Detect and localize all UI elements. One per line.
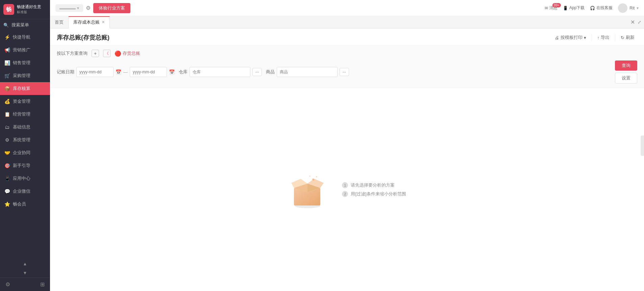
filter-collapse-btn[interactable]: 《	[103, 50, 110, 57]
sidebar-item-apps[interactable]: 📱 应用中心	[0, 172, 50, 185]
member-icon: ⭐	[4, 201, 10, 207]
sidebar-item-inventory[interactable]: 📦 库存核算	[0, 82, 50, 95]
breadcrumb[interactable]: ▬▬▬▬ ▾	[55, 4, 83, 12]
date-filter-group: 记账日期 📅 — 📅	[57, 67, 175, 77]
sidebar-item-label: 快捷导航	[13, 34, 30, 40]
content-area: 库存总账(存货总账) 🖨 按模板打印 ▾ ↑ 导出 ↻ 刷新	[50, 28, 644, 291]
actions-divider	[592, 34, 592, 41]
tab-inventory-ledger[interactable]: 库存成本总账 ✕	[69, 16, 110, 28]
app-download-btn[interactable]: 📱 App下载	[563, 5, 585, 11]
sidebar-item-finance[interactable]: 💰 资金管理	[0, 95, 50, 108]
calendar-from-icon[interactable]: 📅	[116, 69, 121, 75]
topbar-gear-icon[interactable]: ⚙	[86, 5, 91, 11]
filter-row: 记账日期 📅 — 📅 仓库 ··· 商品 ···	[57, 60, 637, 83]
online-service-btn[interactable]: 🎧 在线客服	[590, 5, 613, 11]
tab-home[interactable]: 首页	[50, 16, 69, 28]
date-separator: —	[123, 70, 128, 75]
refresh-icon: ↻	[621, 35, 624, 40]
marketing-icon: 📢	[4, 47, 10, 53]
warehouse-label: 仓库	[179, 69, 188, 75]
app-logo: 畅 畅捷通好生意 标准版	[0, 0, 50, 19]
export-label: 导出	[601, 34, 610, 41]
filter-label: 按以下方案查询	[57, 50, 88, 56]
sidebar-item-wechat[interactable]: 💬 企业微信	[0, 185, 50, 198]
logo-icon: 畅	[3, 4, 14, 15]
filter-scheme[interactable]: 🔴 存货总账	[115, 50, 140, 57]
svg-point-8	[312, 178, 314, 180]
search-label: 搜索菜单	[11, 22, 29, 28]
filter-area: 按以下方案查询 + 《 🔴 存货总账 记账日期 📅 — 📅	[50, 46, 644, 88]
settings-btn[interactable]: 设置	[615, 73, 637, 83]
export-icon: ↑	[597, 35, 600, 40]
sales-icon: 📊	[4, 60, 10, 66]
warehouse-input[interactable]	[190, 67, 250, 77]
page-title: 库存总账(存货总账)	[57, 33, 109, 42]
sidebar-item-system[interactable]: ⚙ 系统管理	[0, 134, 50, 146]
main-area: ▬▬▬▬ ▾ ⚙ 体验行业方案 ✉ 消息 99+ 📱 App下载 🎧 在线客服	[50, 0, 644, 291]
sidebar-item-operations[interactable]: 📋 经营管理	[0, 108, 50, 121]
base-icon: 🗂	[4, 124, 10, 130]
empty-tips: 1 请先选择要分析的方案 2 用[过滤]条件来缩小分析范围	[342, 182, 406, 197]
date-to-input[interactable]	[130, 67, 167, 77]
empty-svg	[288, 169, 328, 210]
collapse-icon[interactable]: ⊞	[40, 281, 45, 288]
page-header: 库存总账(存货总账) 🖨 按模板打印 ▾ ↑ 导出 ↻ 刷新	[50, 28, 644, 46]
page-actions: 🖨 按模板打印 ▾ ↑ 导出 ↻ 刷新	[552, 33, 638, 42]
print-label: 按模板打印	[561, 34, 583, 41]
sidebar-item-label: 企业微信	[13, 188, 30, 194]
sidebar-scroll-up[interactable]: ▲	[0, 259, 50, 268]
filter-add-btn[interactable]: +	[92, 50, 99, 57]
print-chevron-icon: ▾	[584, 35, 586, 40]
tab-panel-actions: ✕ ⤢	[630, 19, 644, 25]
tip-text-2: 用[过滤]条件来缩小分析范围	[351, 191, 406, 197]
right-panel-toggle[interactable]	[641, 136, 644, 156]
sidebar-item-marketing[interactable]: 📢 营销推广	[0, 44, 50, 56]
warehouse-more-btn[interactable]: ···	[252, 68, 262, 76]
empty-state: 1 请先选择要分析的方案 2 用[过滤]条件来缩小分析范围	[50, 88, 644, 291]
goods-more-btn[interactable]: ···	[340, 68, 349, 76]
scheme-icon: 🔴	[115, 50, 121, 57]
tip-num-1: 1	[342, 182, 348, 188]
sidebar-item-label: 销售管理	[13, 60, 30, 66]
refresh-btn[interactable]: ↻ 刷新	[618, 33, 637, 42]
sidebar-item-quick-nav[interactable]: ⚡ 快捷导航	[0, 31, 50, 44]
print-btn[interactable]: 🖨 按模板打印 ▾	[552, 33, 589, 42]
sidebar-search[interactable]: 🔍 搜索菜单	[0, 19, 50, 31]
query-btn[interactable]: 查询	[615, 60, 637, 71]
tab-close-icon[interactable]: ✕	[102, 20, 105, 24]
purchase-icon: 🛒	[4, 73, 10, 79]
sidebar-item-cooperation[interactable]: 🤝 企业协同	[0, 146, 50, 159]
export-btn[interactable]: ↑ 导出	[595, 33, 613, 42]
message-badge: 99+	[552, 3, 561, 7]
empty-tip-1: 1 请先选择要分析的方案	[342, 182, 406, 188]
system-icon: ⚙	[4, 137, 10, 143]
calendar-to-icon[interactable]: 📅	[169, 69, 175, 75]
panel-close-icon[interactable]: ✕	[630, 19, 635, 25]
settings-icon[interactable]: ⚙	[5, 281, 10, 288]
sidebar-item-guide[interactable]: 🎯 新手引导	[0, 159, 50, 172]
goods-input[interactable]	[277, 67, 338, 77]
avatar	[618, 3, 627, 13]
operations-icon: 📋	[4, 111, 10, 117]
sidebar-item-label: 采购管理	[13, 73, 30, 79]
sidebar-item-label: 库存核算	[13, 86, 30, 92]
topbar-left: ▬▬▬▬ ▾ ⚙ 体验行业方案	[55, 3, 542, 13]
sidebar-item-member[interactable]: ⭐ 畅会员	[0, 198, 50, 211]
industry-btn[interactable]: 体验行业方案	[93, 3, 130, 13]
sidebar-item-label: 应用中心	[13, 175, 30, 181]
sidebar-item-label: 系统管理	[13, 137, 30, 143]
tabs-bar: 首页 库存成本总账 ✕ ✕ ⤢	[50, 16, 644, 28]
messages-btn[interactable]: ✉ 消息 99+	[545, 5, 558, 11]
user-menu[interactable]: Rit ▾	[618, 3, 639, 13]
sidebar-item-base[interactable]: 🗂 基础信息	[0, 121, 50, 134]
sidebar-item-sales[interactable]: 📊 销售管理	[0, 56, 50, 69]
tip-num-2: 2	[342, 191, 348, 197]
sidebar-scroll-down[interactable]: ▼	[0, 268, 50, 277]
breadcrumb-chevron: ▾	[77, 6, 79, 10]
panel-expand-icon[interactable]: ⤢	[638, 20, 641, 25]
sidebar-item-purchase[interactable]: 🛒 采购管理	[0, 69, 50, 82]
finance-icon: 💰	[4, 98, 10, 104]
sidebar-item-label: 营销推广	[13, 47, 30, 53]
date-from-input[interactable]	[76, 67, 114, 77]
empty-tip-2: 2 用[过滤]条件来缩小分析范围	[342, 191, 406, 197]
